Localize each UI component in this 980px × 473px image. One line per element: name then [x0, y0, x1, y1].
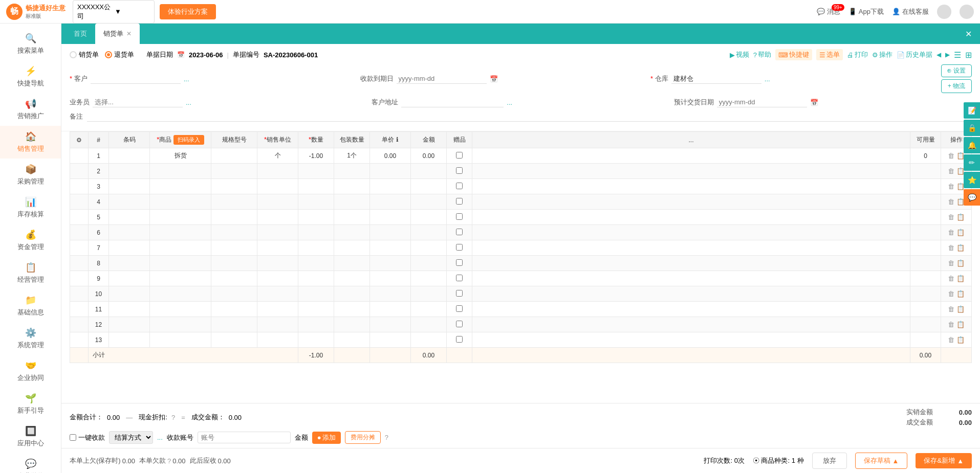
- c[interactable]: [109, 210, 150, 225]
- scan-button[interactable]: 扫码录入: [173, 135, 204, 145]
- delete-icon-11[interactable]: 🗑: [948, 305, 954, 313]
- tab-close-icon[interactable]: ✕: [126, 30, 132, 37]
- delete-icon-1[interactable]: 🗑: [948, 152, 954, 160]
- c[interactable]: [211, 332, 257, 348]
- sidebar-item-operations[interactable]: 📋 经营管理: [0, 257, 61, 289]
- settings-button[interactable]: ⊕ 设置: [941, 64, 972, 77]
- c[interactable]: [257, 256, 298, 271]
- float-btn-5[interactable]: ⭐: [964, 172, 980, 188]
- c[interactable]: [447, 210, 472, 225]
- c[interactable]: [447, 271, 472, 286]
- copy-icon-12[interactable]: 📋: [956, 321, 965, 328]
- c[interactable]: [370, 271, 411, 286]
- c[interactable]: [298, 225, 334, 240]
- c[interactable]: [257, 164, 298, 179]
- add-payment-button[interactable]: ● 添加: [312, 432, 341, 444]
- c[interactable]: [211, 271, 257, 286]
- c[interactable]: [334, 194, 370, 210]
- sidebar-item-wechat[interactable]: 💬 企业微信: [0, 453, 61, 473]
- c[interactable]: [211, 210, 257, 225]
- c[interactable]: [447, 179, 472, 194]
- c[interactable]: [411, 317, 447, 332]
- c[interactable]: [257, 286, 298, 302]
- customer-more-icon[interactable]: ...: [184, 75, 189, 83]
- c[interactable]: [334, 210, 370, 225]
- c[interactable]: [150, 302, 211, 317]
- c[interactable]: [150, 332, 211, 348]
- c[interactable]: [334, 240, 370, 256]
- c[interactable]: [298, 271, 334, 286]
- sidebar-item-basic-info[interactable]: 📁 基础信息: [0, 289, 61, 322]
- save-draft-button[interactable]: 保存草稿 ▲: [855, 453, 908, 469]
- current-due-icon[interactable]: ?: [167, 457, 171, 465]
- c[interactable]: [257, 210, 298, 225]
- c[interactable]: [411, 179, 447, 194]
- c[interactable]: [150, 271, 211, 286]
- c[interactable]: [109, 194, 150, 210]
- c[interactable]: [257, 317, 298, 332]
- row-barcode-1[interactable]: [109, 148, 150, 164]
- gift-checkbox-2[interactable]: [456, 167, 463, 174]
- spec-input-1[interactable]: [215, 152, 253, 160]
- row-remark-1[interactable]: [472, 148, 910, 164]
- float-btn-2[interactable]: 🔒: [964, 120, 980, 136]
- c[interactable]: [257, 302, 298, 317]
- c[interactable]: [109, 302, 150, 317]
- c[interactable]: [109, 240, 150, 256]
- c[interactable]: [472, 317, 910, 332]
- help-link[interactable]: ? 帮助: [753, 50, 771, 59]
- trial-button[interactable]: 体验行业方案: [160, 4, 216, 19]
- c[interactable]: [109, 317, 150, 332]
- sidebar-item-enterprise[interactable]: 🤝 企业协同: [0, 355, 61, 388]
- c[interactable]: [298, 179, 334, 194]
- c[interactable]: [298, 332, 334, 348]
- c[interactable]: [447, 164, 472, 179]
- delete-icon-6[interactable]: 🗑: [948, 229, 954, 236]
- payment-method-more-icon[interactable]: ...: [157, 434, 163, 441]
- gift-checkbox-9[interactable]: [456, 275, 463, 281]
- c[interactable]: [150, 225, 211, 240]
- gift-checkbox-7[interactable]: [456, 244, 463, 251]
- copy-icon-10[interactable]: 📋: [956, 290, 965, 298]
- c[interactable]: [370, 332, 411, 348]
- c[interactable]: [370, 179, 411, 194]
- c[interactable]: [257, 332, 298, 348]
- c[interactable]: [472, 194, 910, 210]
- sidebar-item-system[interactable]: ⚙️ 系统管理: [0, 322, 61, 355]
- c[interactable]: [211, 225, 257, 240]
- c[interactable]: [211, 164, 257, 179]
- payment-method-select[interactable]: 结算方式: [109, 431, 153, 444]
- action-link[interactable]: ⚙ 操作: [872, 50, 892, 59]
- c[interactable]: [472, 210, 910, 225]
- c[interactable]: [257, 271, 298, 286]
- c[interactable]: [257, 179, 298, 194]
- c[interactable]: [370, 256, 411, 271]
- c[interactable]: [211, 194, 257, 210]
- logistics-button[interactable]: + 物流: [941, 79, 972, 93]
- c[interactable]: [298, 210, 334, 225]
- copy-icon-6[interactable]: 📋: [956, 229, 965, 236]
- radio-return[interactable]: 退货单: [105, 50, 134, 59]
- customer-addr-input[interactable]: [401, 97, 504, 107]
- delete-icon-13[interactable]: 🗑: [948, 336, 954, 344]
- gift-checkbox-4[interactable]: [456, 198, 463, 205]
- c[interactable]: [334, 332, 370, 348]
- delete-icon-3[interactable]: 🗑: [948, 183, 954, 190]
- c[interactable]: [334, 317, 370, 332]
- c[interactable]: [472, 240, 910, 256]
- c[interactable]: [447, 225, 472, 240]
- sidebar-item-marketing[interactable]: 📢 营销推广: [0, 93, 61, 126]
- user-avatar-2[interactable]: [960, 5, 974, 19]
- c[interactable]: [472, 332, 910, 348]
- grid-view-btn[interactable]: ⊞: [965, 50, 972, 60]
- delete-icon-7[interactable]: 🗑: [948, 244, 954, 252]
- c[interactable]: [472, 225, 910, 240]
- c[interactable]: [150, 210, 211, 225]
- account-input[interactable]: [198, 432, 291, 443]
- sidebar-item-quicknav[interactable]: ⚡ 快捷导航: [0, 60, 61, 93]
- c[interactable]: [447, 286, 472, 302]
- copy-icon-11[interactable]: 📋: [956, 305, 965, 313]
- sidebar-item-guide[interactable]: 🌱 新手引导: [0, 388, 61, 420]
- c[interactable]: [298, 286, 334, 302]
- delete-icon-12[interactable]: 🗑: [948, 321, 954, 328]
